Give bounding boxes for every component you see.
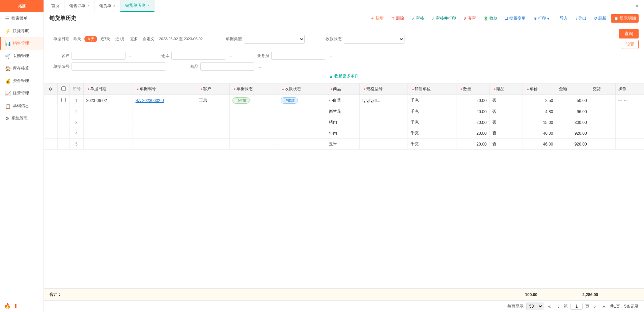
page-number-input[interactable] bbox=[570, 303, 583, 310]
page-size-select[interactable]: 20 50 100 bbox=[526, 303, 543, 310]
batch-change-button[interactable]: ⇄ 批量变更 bbox=[502, 14, 528, 23]
col-customer[interactable]: ▲客户 bbox=[196, 83, 230, 95]
pause-icon[interactable]: ⏸ bbox=[13, 303, 19, 309]
more-action-icon[interactable]: ⋯ bbox=[624, 98, 628, 103]
col-spec[interactable]: ▲规格型号 bbox=[360, 83, 408, 95]
collapse-button[interactable]: ▲ 收起更多条件 bbox=[49, 73, 639, 79]
date-more[interactable]: 更多 bbox=[128, 36, 140, 42]
row-payment-status: 已收款 bbox=[278, 95, 326, 106]
audit-print-button[interactable]: ✓ 审核并打印 bbox=[429, 14, 459, 23]
sidebar-item-basic-info[interactable]: 📋 基础信息 bbox=[0, 100, 44, 112]
add-button[interactable]: ＋ 新增 bbox=[368, 14, 386, 23]
fire-icon[interactable]: 🔥 bbox=[4, 303, 11, 309]
operations-mgmt-icon: 📈 bbox=[5, 91, 11, 96]
customer-dots[interactable]: ... bbox=[128, 53, 134, 58]
tab-sales-order-close[interactable]: × bbox=[87, 4, 89, 8]
export-button[interactable]: ↓ 导出 bbox=[572, 14, 589, 23]
docno-input[interactable] bbox=[72, 62, 166, 71]
next-page-button[interactable]: › bbox=[592, 303, 598, 310]
row-goods: 小白菜 bbox=[326, 95, 360, 106]
doc-status-badge: 已生效 bbox=[232, 97, 250, 104]
row-no: 5 bbox=[69, 139, 83, 150]
last-page-button[interactable]: » bbox=[600, 303, 607, 310]
sidebar-item-inventory-calc[interactable]: 🏠 库存核算 bbox=[0, 62, 44, 75]
row-checkbox[interactable] bbox=[61, 98, 66, 102]
col-amount: 金额 bbox=[556, 83, 590, 95]
table-area: ⚙ 序号 ▲单据日期 ▲单据编号 ▲客户 bbox=[44, 83, 644, 288]
audit-button[interactable]: ✓ 审核 bbox=[409, 14, 427, 23]
sidebar-item-quick-nav[interactable]: ⚡ 快捷导航 bbox=[0, 25, 44, 37]
tab-home[interactable]: 首页 bbox=[47, 0, 64, 12]
price-sort-icon: ▲ bbox=[526, 87, 530, 91]
tab-sales-history-close[interactable]: × bbox=[147, 4, 149, 7]
date-filter: 昨天 今天 近7天 近1月 更多 自定义 2023-06-02 至 2023-0… bbox=[72, 36, 203, 42]
tab-sales-goods-close[interactable]: × bbox=[113, 4, 115, 8]
first-page-button[interactable]: « bbox=[546, 303, 553, 310]
date-1month[interactable]: 近1月 bbox=[113, 36, 127, 42]
sidebar-item-label: 搜索菜单 bbox=[11, 16, 28, 21]
prev-page-button[interactable]: ‹ bbox=[556, 303, 561, 310]
settings-button[interactable]: 设置 bbox=[622, 40, 639, 49]
salesperson-filter-item: 业务员 ... bbox=[249, 52, 337, 60]
sidebar-item-operations-mgmt[interactable]: 📈 经营管理 bbox=[0, 87, 44, 100]
col-gift[interactable]: ▲赠品 bbox=[489, 83, 523, 95]
gift-sort-icon: ▲ bbox=[493, 87, 496, 91]
sidebar-item-purchase-mgmt[interactable]: 🛒 采购管理 bbox=[0, 50, 44, 62]
tab-sales-goods[interactable]: 销货单 × bbox=[94, 0, 120, 12]
abandon-button[interactable]: ✗ 弃审 bbox=[461, 14, 479, 23]
delete-button[interactable]: 🗑 删除 bbox=[388, 14, 407, 23]
payment-status-select[interactable] bbox=[344, 35, 404, 44]
warehouse-input[interactable] bbox=[171, 52, 225, 60]
sidebar-bottom: 🔥 ⏸ bbox=[0, 300, 44, 312]
customer-sort-icon: ▲ bbox=[200, 87, 203, 91]
sidebar-item-sales-mgmt[interactable]: 📊 销售管理 bbox=[0, 37, 44, 50]
date-custom[interactable]: 自定义 bbox=[141, 36, 156, 42]
settings-icon[interactable]: ⚙ bbox=[49, 87, 52, 92]
show-detail-button[interactable]: 📋 显示明细 bbox=[611, 14, 639, 23]
col-settings[interactable]: ⚙ bbox=[44, 83, 57, 95]
col-unit[interactable]: ▲销售单位 bbox=[408, 83, 456, 95]
tab-bar-close[interactable]: ✕ bbox=[633, 4, 641, 8]
salesperson-input[interactable] bbox=[271, 52, 325, 60]
collect-button[interactable]: 💲 收款 bbox=[481, 14, 500, 23]
salesperson-dots[interactable]: ... bbox=[327, 53, 333, 58]
sidebar-item-label: 资金管理 bbox=[13, 78, 29, 84]
col-date[interactable]: ▲单据日期 bbox=[83, 83, 133, 95]
edit-action-icon[interactable]: ✏ bbox=[618, 98, 622, 103]
print-icon: 🖨 bbox=[533, 16, 537, 21]
col-doc-status[interactable]: ▲单据状态 bbox=[229, 83, 278, 95]
date-7days[interactable]: 近7天 bbox=[99, 36, 112, 42]
col-qty[interactable]: ▲数量 bbox=[456, 83, 489, 95]
page-size-label: 每页显示 bbox=[507, 304, 524, 309]
page-separator: 第 bbox=[564, 304, 568, 309]
row-goods: 玉米 bbox=[326, 139, 360, 150]
date-filter-item: 单据日期 昨天 今天 近7天 近1月 更多 自定义 2023-06-02 至 2… bbox=[49, 36, 203, 42]
print-button[interactable]: 🖨 打印 ▾ bbox=[530, 14, 552, 23]
filter-area: 单据日期 昨天 今天 近7天 近1月 更多 自定义 2023-06-02 至 2… bbox=[44, 25, 644, 83]
import-button[interactable]: ↑ 导入 bbox=[554, 14, 570, 23]
tab-sales-history[interactable]: 销货单历史 × bbox=[120, 0, 155, 12]
doc-type-select[interactable] bbox=[244, 35, 305, 44]
customer-input[interactable] bbox=[72, 52, 125, 60]
date-yesterday[interactable]: 昨天 bbox=[72, 36, 83, 42]
sidebar-item-finance-mgmt[interactable]: 💰 资金管理 bbox=[0, 75, 44, 87]
row-settings-cell bbox=[44, 117, 57, 128]
sidebar-item-search-menu[interactable]: ☰ 搜索菜单 bbox=[0, 12, 44, 25]
col-payment-status[interactable]: ▲收款状态 bbox=[278, 83, 326, 95]
docno-sort-icon: ▲ bbox=[136, 87, 140, 91]
sidebar-item-system-mgmt[interactable]: ⚙ 系统管理 bbox=[0, 112, 44, 125]
warehouse-dots[interactable]: ... bbox=[227, 53, 233, 58]
col-price[interactable]: ▲单价 bbox=[523, 83, 556, 95]
goods-input[interactable] bbox=[200, 62, 254, 71]
query-button[interactable]: 查询 bbox=[619, 29, 639, 38]
date-today[interactable]: 今天 bbox=[84, 36, 97, 42]
total-qty: 100.00 bbox=[510, 292, 537, 297]
row-spec bbox=[360, 106, 408, 117]
col-docno[interactable]: ▲单据编号 bbox=[133, 83, 196, 95]
col-goods[interactable]: ▲商品 bbox=[326, 83, 360, 95]
refresh-button[interactable]: ↺ 刷新 bbox=[591, 14, 609, 23]
tab-sales-order[interactable]: 销售订单 × bbox=[64, 0, 94, 12]
goods-dots[interactable]: ... bbox=[256, 64, 262, 69]
select-all-checkbox[interactable] bbox=[61, 86, 66, 91]
docno-link[interactable]: SA-20230602-0 bbox=[136, 98, 164, 103]
